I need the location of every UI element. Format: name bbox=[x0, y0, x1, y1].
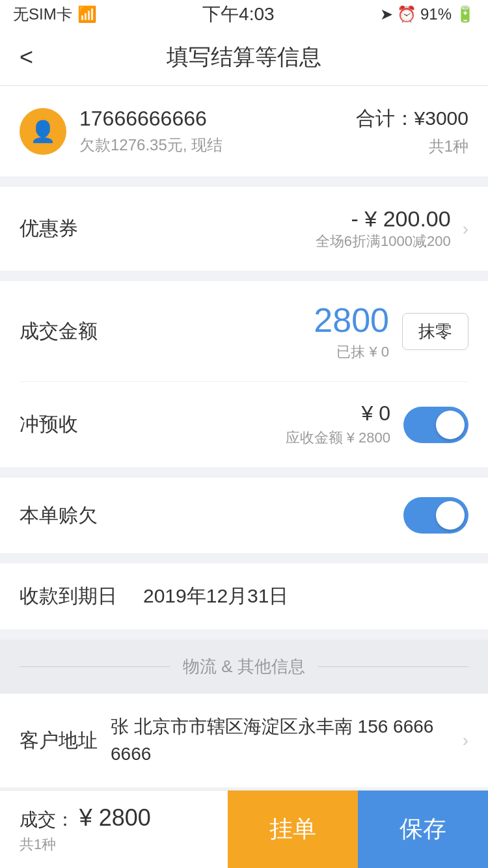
deal-amount-label: 成交金额 bbox=[20, 318, 98, 345]
credit-note-row: 本单赊欠 bbox=[0, 478, 488, 553]
alarm-icon: ⏰ bbox=[397, 5, 416, 23]
customer-right: 合计：¥3000 共1种 bbox=[356, 105, 468, 157]
bottom-summary-amount: ¥ 2800 bbox=[79, 804, 151, 831]
location-icon: ➤ bbox=[380, 5, 393, 23]
battery-level: 91% bbox=[420, 5, 452, 23]
due-date-row: 收款到期日 2019年12月31日 bbox=[0, 563, 488, 629]
prepayment-toggle[interactable] bbox=[403, 407, 468, 443]
prepayment-amount: ¥ 0 bbox=[286, 401, 390, 426]
address-row[interactable]: 客户地址 张 北京市市辖区海淀区永丰南 156 6666 6666 › bbox=[0, 694, 488, 787]
no-sim-label: 无SIM卡 bbox=[13, 4, 72, 25]
divider-line-left bbox=[20, 666, 170, 667]
customer-card: 👤 17666666666 欠款1276.35元, 现结 合计：¥3000 共1… bbox=[0, 86, 488, 176]
customer-phone: 17666666666 bbox=[79, 107, 223, 131]
nav-bar: < 填写结算等信息 bbox=[0, 29, 488, 86]
deal-section: 成交金额 2800 已抹 ¥ 0 抹零 冲预收 ¥ 0 应收金额 ¥ 2800 bbox=[0, 281, 488, 467]
status-right: ➤ ⏰ 91% 🔋 bbox=[380, 5, 475, 23]
deal-sub: 已抹 ¥ 0 bbox=[314, 342, 389, 362]
divider-line-right bbox=[318, 666, 468, 667]
due-date-label: 收款到期日 bbox=[20, 583, 117, 610]
hold-button[interactable]: 挂单 bbox=[228, 791, 358, 869]
prepayment-sub: 应收金额 ¥ 2800 bbox=[286, 428, 390, 448]
coupon-right-info: - ¥ 200.00 全场6折满1000减200 bbox=[316, 206, 451, 251]
bottom-summary-label: 成交： bbox=[20, 809, 74, 830]
address-chevron-icon: › bbox=[463, 730, 468, 751]
customer-total: 合计：¥3000 bbox=[356, 105, 468, 132]
bottom-summary-line1: 成交： ¥ 2800 bbox=[20, 804, 208, 832]
prepayment-label: 冲预收 bbox=[20, 411, 78, 438]
deal-right: 2800 已抹 ¥ 0 抹零 bbox=[314, 301, 468, 362]
customer-info: 17666666666 欠款1276.35元, 现结 bbox=[79, 107, 223, 156]
coupon-amount: - ¥ 200.00 bbox=[316, 206, 451, 232]
content-area: 👤 17666666666 欠款1276.35元, 现结 合计：¥3000 共1… bbox=[0, 86, 488, 868]
bottom-summary: 成交： ¥ 2800 共1种 bbox=[0, 804, 228, 854]
prepayment-amount-info: ¥ 0 应收金额 ¥ 2800 bbox=[286, 401, 390, 448]
bottom-bar: 成交： ¥ 2800 共1种 挂单 保存 bbox=[0, 790, 488, 868]
credit-note-label: 本单赊欠 bbox=[20, 502, 98, 529]
due-date-value: 2019年12月31日 bbox=[143, 583, 288, 610]
battery-icon: 🔋 bbox=[455, 5, 475, 23]
credit-section: 本单赊欠 bbox=[0, 478, 488, 553]
divider-text: 物流 & 其他信息 bbox=[183, 655, 305, 678]
prepayment-row: 冲预收 ¥ 0 应收金额 ¥ 2800 bbox=[0, 382, 488, 467]
prepayment-right: ¥ 0 应收金额 ¥ 2800 bbox=[286, 401, 468, 448]
credit-note-toggle[interactable] bbox=[403, 497, 468, 534]
wifi-icon: 📶 bbox=[77, 5, 97, 23]
status-bar: 无SIM卡 📶 下午4:03 ➤ ⏰ 91% 🔋 bbox=[0, 0, 488, 29]
address-value: 张 北京市市辖区海淀区永丰南 156 6666 6666 bbox=[111, 713, 456, 768]
deal-amount-info: 2800 已抹 ¥ 0 bbox=[314, 301, 389, 362]
save-button[interactable]: 保存 bbox=[358, 791, 488, 869]
deal-amount-row: 成交金额 2800 已抹 ¥ 0 抹零 bbox=[0, 281, 488, 381]
bottom-summary-count: 共1种 bbox=[20, 835, 208, 854]
deal-number: 2800 bbox=[314, 301, 389, 340]
coupon-label: 优惠券 bbox=[20, 215, 78, 242]
customer-debt: 欠款1276.35元, 现结 bbox=[79, 135, 223, 156]
status-time: 下午4:03 bbox=[202, 2, 275, 27]
address-label: 客户地址 bbox=[20, 727, 98, 754]
coupon-row[interactable]: 优惠券 - ¥ 200.00 全场6折满1000减200 › bbox=[0, 187, 488, 271]
customer-count: 共1种 bbox=[356, 136, 468, 157]
coupon-desc: 全场6折满1000减200 bbox=[316, 232, 451, 251]
coupon-chevron-icon: › bbox=[463, 219, 468, 239]
customer-left: 👤 17666666666 欠款1276.35元, 现结 bbox=[20, 107, 223, 156]
back-button[interactable]: < bbox=[20, 44, 33, 71]
page-title: 填写结算等信息 bbox=[167, 42, 321, 72]
round-button[interactable]: 抹零 bbox=[402, 313, 468, 350]
avatar: 👤 bbox=[20, 108, 66, 155]
logistics-divider: 物流 & 其他信息 bbox=[0, 640, 488, 694]
status-left: 无SIM卡 📶 bbox=[13, 4, 97, 25]
